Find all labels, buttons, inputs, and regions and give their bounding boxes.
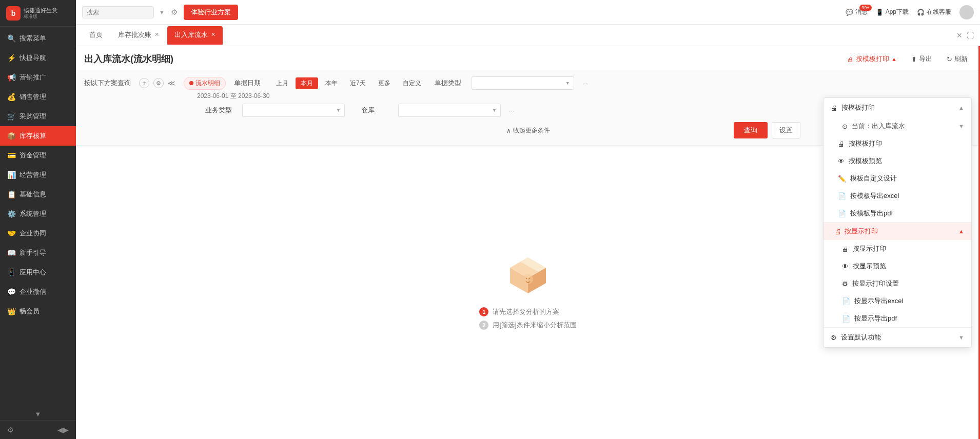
date-custom-btn[interactable]: 自定义 xyxy=(398,77,426,89)
default-setting-item[interactable]: ⚙ 设置默认功能 ▼ xyxy=(824,328,971,347)
sidebar-item-shortcut[interactable]: ⚡ 快捷导航 xyxy=(0,48,76,68)
display-export-excel-icon: 📄 xyxy=(842,297,850,305)
voucher-type-select[interactable] xyxy=(472,76,574,90)
wechat-nav-icon: 💬 xyxy=(7,288,15,296)
empty-step-2: 2 用[筛选]条件来缩小分析范围 xyxy=(479,321,576,330)
warehouse-select-wrap xyxy=(398,104,501,117)
empty-steps: 1 请先选择要分析的方案 2 用[筛选]条件来缩小分析范围 xyxy=(479,307,576,330)
sidebar-item-wechat[interactable]: 💬 企业微信 xyxy=(0,282,76,302)
date-more-btn[interactable]: 更多 xyxy=(373,77,396,89)
date-prev-month-btn[interactable]: 上月 xyxy=(271,77,293,89)
user-avatar[interactable] xyxy=(959,5,974,19)
refresh-btn[interactable]: ↻ 刷新 xyxy=(943,52,972,66)
search-input[interactable] xyxy=(82,6,154,18)
template-custom-item[interactable]: ✏️ 模板自定义设计 xyxy=(824,170,971,187)
template-export-pdf-icon: 📄 xyxy=(838,210,846,217)
setting-default-icon: ⚙ xyxy=(831,334,837,342)
template-print-header[interactable]: 🖨 按模板打印 ▲ xyxy=(824,98,971,117)
date-7days-btn[interactable]: 近7天 xyxy=(345,77,371,89)
tab-home[interactable]: 首页 xyxy=(82,26,110,45)
step-2-num: 2 xyxy=(479,321,488,330)
business-type-select[interactable] xyxy=(242,104,345,117)
sidebar-item-marketing[interactable]: 📢 营销推广 xyxy=(0,68,76,87)
tab-bar-right: ✕ ⛶ xyxy=(956,31,974,39)
close-window-btn[interactable]: ✕ xyxy=(956,31,963,39)
filter-gear-button[interactable]: ⚙ xyxy=(153,78,164,88)
voucher-more-icon[interactable]: ··· xyxy=(582,79,588,87)
sidebar-item-system[interactable]: ⚙️ 系统管理 xyxy=(0,204,76,224)
display-print-header[interactable]: 🖨 按显示打印 ▲ xyxy=(824,223,971,240)
search-wrap xyxy=(82,6,154,18)
sidebar-item-inventory[interactable]: 📦 库存核算 xyxy=(0,126,76,146)
template-print-item[interactable]: 🖨 按模板打印 xyxy=(824,135,971,152)
page-content: 出入库流水(流水明细) 🖨 按模板打印 ▲ ⬆ 导出 ↻ 刷新 xyxy=(76,46,980,439)
headset-icon: 🎧 xyxy=(917,9,925,16)
tab-flow-close[interactable]: ✕ xyxy=(211,31,215,38)
sidebar-item-appstore[interactable]: 📱 应用中心 xyxy=(0,263,76,282)
template-preview-icon: 👁 xyxy=(838,157,845,165)
display-preview-icon: 👁 xyxy=(842,263,849,270)
export-icon: ⬆ xyxy=(911,55,917,63)
warehouse-select[interactable] xyxy=(398,104,501,117)
business-type-select-wrap xyxy=(242,104,345,117)
sidebar-scroll-down[interactable]: ▼ xyxy=(0,408,76,420)
warehouse-more-icon[interactable]: ··· xyxy=(509,107,515,114)
export-btn[interactable]: ⬆ 导出 xyxy=(907,52,936,66)
print-btn[interactable]: 🖨 按模板打印 ▲ xyxy=(843,52,901,66)
display-print-setting-icon: ⚙ xyxy=(842,280,848,288)
settings-icon[interactable]: ⚙ xyxy=(7,426,14,434)
online-service-btn[interactable]: 🎧 在线客服 xyxy=(917,8,951,16)
display-print-icon: 🖨 xyxy=(835,228,841,235)
filter-add-button[interactable]: + xyxy=(139,78,149,88)
template-export-pdf-item[interactable]: 📄 按模板导出pdf xyxy=(824,205,971,222)
filter-collapse-button[interactable]: ≪ xyxy=(168,79,175,87)
sidebar-item-finance[interactable]: 💳 资金管理 xyxy=(0,146,76,165)
template-export-excel-icon: 📄 xyxy=(838,192,846,200)
sidebar-item-purchase[interactable]: 🛒 采购管理 xyxy=(0,107,76,126)
settings-gear-icon[interactable]: ⚙ xyxy=(171,8,178,17)
app-download-btn[interactable]: 📱 App下载 xyxy=(876,8,909,16)
current-template-item[interactable]: ⊙ 当前：出入库流水 ▼ xyxy=(824,117,971,135)
brand-text: 畅捷通好生意 标准版 xyxy=(24,7,57,20)
business-type-label: 业务类型 xyxy=(205,106,234,115)
main-area: ▼ ⚙ 体验行业方案 💬 消息 99+ 📱 App下载 🎧 在线客服 首页 xyxy=(76,0,980,439)
maximize-window-btn[interactable]: ⛶ xyxy=(967,31,974,39)
sidebar-item-sales[interactable]: 💰 销售管理 xyxy=(0,87,76,107)
display-export-pdf-icon: 📄 xyxy=(842,315,850,323)
operation-nav-icon: 📊 xyxy=(7,171,15,179)
page-title: 出入库流水(流水明细) xyxy=(84,53,173,65)
member-nav-icon: 👑 xyxy=(7,307,15,315)
tab-batch[interactable]: 库存批次账 ✕ xyxy=(111,26,166,45)
template-preview-item[interactable]: 👁 按模板预览 xyxy=(824,152,971,170)
display-print-item[interactable]: 🖨 按显示打印 xyxy=(824,240,971,257)
default-setting-section: ⚙ 设置默认功能 ▼ xyxy=(824,328,971,347)
tab-batch-close[interactable]: ✕ xyxy=(154,31,159,38)
date-current-month-btn[interactable]: 本月 xyxy=(296,77,318,89)
display-preview-item[interactable]: 👁 按显示预览 xyxy=(824,257,971,275)
display-print-setting-item[interactable]: ⚙ 按显示打印设置 xyxy=(824,275,971,292)
sidebar-item-guide[interactable]: 📖 新手引导 xyxy=(0,243,76,263)
display-print-section: 🖨 按显示打印 ▲ 🖨 按显示打印 👁 按显示预览 ⚙ 按显示打印设置 xyxy=(824,223,971,328)
system-nav-icon: ⚙️ xyxy=(7,210,15,218)
message-btn[interactable]: 💬 消息 99+ xyxy=(846,8,868,16)
sidebar-item-collab[interactable]: 🤝 企业协同 xyxy=(0,224,76,243)
query-button[interactable]: 查询 xyxy=(734,122,768,138)
print-chevron-icon: ▲ xyxy=(891,56,897,62)
basic-nav-icon: 📋 xyxy=(7,190,15,198)
sidebar-item-operation[interactable]: 📊 经营管理 xyxy=(0,165,76,185)
trial-button[interactable]: 体验行业方案 xyxy=(184,5,238,20)
sidebar-item-basic[interactable]: 📋 基础信息 xyxy=(0,185,76,204)
logo-area: b 畅捷通好生意 标准版 xyxy=(0,0,76,27)
template-export-excel-item[interactable]: 📄 按模板导出excel xyxy=(824,187,971,205)
sidebar-item-member[interactable]: 👑 畅会员 xyxy=(0,302,76,321)
date-current-year-btn[interactable]: 本年 xyxy=(320,77,343,89)
tab-flow[interactable]: 出入库流水 ✕ xyxy=(167,26,223,45)
setting-button[interactable]: 设置 xyxy=(772,122,800,138)
display-export-pdf-item[interactable]: 📄 按显示导出pdf xyxy=(824,310,971,327)
search-dropdown-arrow[interactable]: ▼ xyxy=(159,9,165,15)
collapse-icon[interactable]: ◀▶ xyxy=(57,426,69,434)
shortcut-nav-icon: ⚡ xyxy=(7,54,15,62)
display-export-excel-item[interactable]: 📄 按显示导出excel xyxy=(824,292,971,310)
template-section-arrow: ▲ xyxy=(958,105,964,111)
sidebar-item-search[interactable]: 🔍 搜索菜单 xyxy=(0,29,76,48)
